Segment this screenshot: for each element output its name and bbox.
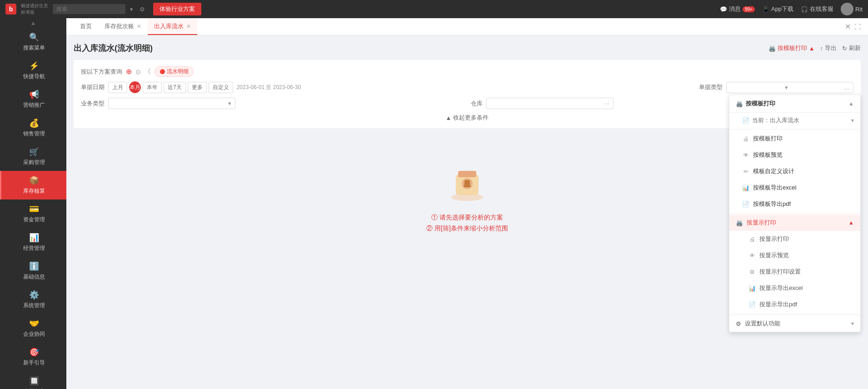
filter-add-button[interactable]: ⊕	[126, 67, 132, 76]
sidebar-item-purchase[interactable]: 🛒 采购管理	[0, 142, 66, 171]
message-badge: 99+	[743, 6, 755, 12]
tab-area-close-icon[interactable]: ✕	[845, 22, 851, 31]
dp-excel-icon: 📊	[742, 184, 749, 191]
tab-inout-flow[interactable]: 出入库流水 ✕	[148, 19, 197, 35]
online-service-button[interactable]: 🎧 在线客服	[801, 5, 833, 13]
sidebar-item-guide[interactable]: 🎯 新手引导	[0, 343, 66, 371]
doc-type-select[interactable]: ▾ ...	[726, 82, 853, 93]
date-btn-this-month[interactable]: 本月	[129, 81, 141, 93]
tab-home[interactable]: 首页	[74, 19, 98, 35]
date-btn-last-month[interactable]: 上月	[108, 82, 127, 93]
export-button[interactable]: ↑ 导出	[820, 44, 837, 52]
filter-collapse-button[interactable]: 《	[145, 68, 151, 76]
purchase-icon: 🛒	[29, 147, 39, 157]
date-label: 单据日期	[81, 83, 105, 91]
topbar-right: 💬 消息 99+ 📱 App下载 🎧 在线客服 Rit	[720, 3, 863, 15]
sidebar-item-enterprise[interactable]: 🤝 企业协同	[0, 314, 66, 343]
dropdown-item-display-print[interactable]: 🖨 按显示打印	[729, 231, 860, 247]
filter-settings-button[interactable]: ⊙	[135, 68, 141, 75]
sidebar-item-inventory[interactable]: 📦 库存核算	[0, 171, 66, 199]
avatar-image	[841, 3, 853, 15]
app-download-button[interactable]: 📱 App下载	[762, 5, 793, 13]
messages-button[interactable]: 💬 消息 99+	[720, 5, 755, 13]
business-type-filter-field: 业务类型 ▾	[81, 98, 464, 109]
current-icon: 📄	[742, 117, 749, 124]
tab-batch-ledger[interactable]: 库存批次账 ✕	[98, 19, 148, 35]
export-icon: ↑	[820, 45, 823, 52]
business-type-select[interactable]: ▾	[108, 98, 235, 109]
dropdown-title: 🖨️ 按模板打印	[736, 100, 775, 108]
date-btn-this-year[interactable]: 本年	[143, 82, 162, 93]
trial-button[interactable]: 体验行业方案	[153, 3, 201, 15]
dropdown-item-display-export-excel[interactable]: 📊 按显示导出excel	[729, 280, 860, 296]
search-chevron-icon[interactable]: ▾	[130, 6, 133, 13]
dropdown-footer[interactable]: ⚙ 设置默认功能 ▾	[729, 315, 860, 332]
warehouse-select[interactable]: ···	[486, 98, 614, 109]
sidebar-item-quick-nav[interactable]: ⚡ 快捷导航	[0, 56, 66, 85]
topbar-gear-icon[interactable]: ⚙	[140, 6, 145, 13]
dropdown-current: 📄 当前：出入库流水 ▾	[729, 113, 860, 128]
dp-print-icon: 🖨	[742, 135, 749, 142]
date-btn-custom[interactable]: 自定义	[209, 82, 233, 93]
sidebar-item-sales[interactable]: 💰 销售管理	[0, 114, 66, 142]
tab-inout-flow-close[interactable]: ✕	[186, 23, 191, 30]
page-title: 出入库流水(流水明细)	[74, 43, 153, 54]
sidebar-item-basic[interactable]: ℹ️ 基础信息	[0, 257, 66, 285]
dp-display-excel-icon: 📊	[748, 284, 756, 292]
tab-batch-ledger-close[interactable]: ✕	[137, 23, 141, 30]
dropdown-item-display-preview[interactable]: 👁 按显示预览	[729, 247, 860, 264]
dropdown-section-display[interactable]: 🖨️ 按显示打印 ▲	[729, 214, 860, 231]
dropdown-arrow-up[interactable]: ▲	[848, 100, 854, 107]
template-print-button[interactable]: 🖨️ 按模板打印 ▲	[768, 44, 815, 52]
page-header-actions: 🖨️ 按模板打印 ▲ ↑ 导出 ↻ 刷新	[768, 44, 861, 52]
printer-icon: 🖨️	[768, 45, 776, 52]
sidebar-item-app-center[interactable]: 🔲 应用中心	[0, 371, 66, 389]
page-header: 出入库流水(流水明细) 🖨️ 按模板打印 ▲ ↑ 导出 ↻ 刷新	[74, 43, 861, 54]
search-icon: 🔍	[29, 32, 39, 42]
refresh-icon: ↻	[842, 45, 847, 52]
date-btn-more[interactable]: 更多	[188, 82, 207, 93]
business-type-label: 业务类型	[81, 100, 105, 108]
sidebar-item-system[interactable]: ⚙️ 系统管理	[0, 285, 66, 314]
dropdown-item-template-export-pdf[interactable]: 📄 按模板导出pdf	[729, 196, 860, 212]
tab-area-expand-icon[interactable]: ⛶	[854, 23, 861, 30]
refresh-button[interactable]: ↻ 刷新	[842, 44, 861, 52]
sidebar-item-search[interactable]: 🔍 搜索菜单	[0, 28, 66, 56]
system-icon: ⚙️	[29, 290, 39, 300]
message-icon: 💬	[720, 6, 727, 13]
sidebar-item-marketing[interactable]: 📢 营销推广	[0, 85, 66, 114]
dp-divider-2	[729, 213, 860, 214]
dropdown-item-template-preview[interactable]: 👁 按模板预览	[729, 147, 860, 163]
dp-footer-icon: ⚙	[736, 320, 741, 327]
date-btn-last-7[interactable]: 近7天	[164, 82, 186, 93]
dp-preview-icon: 👁	[742, 151, 749, 159]
inventory-icon: 📦	[29, 175, 39, 185]
sidebar-item-finance[interactable]: 💳 资金管理	[0, 199, 66, 228]
content-area: 首页 库存批次账 ✕ 出入库流水 ✕ ✕ ⛶ 出入库流水(流水明细)	[66, 18, 868, 389]
search-input[interactable]	[53, 4, 125, 14]
collapse-more-arrow-icon: ▲	[446, 115, 452, 121]
sidebar-item-operation[interactable]: 📊 经营管理	[0, 228, 66, 257]
dropdown-current-arrow[interactable]: ▾	[851, 117, 854, 124]
date-filter-field: 单据日期 上月 本月 本年 近7天 更多 自定义 2023-06-01 至 20…	[81, 81, 301, 93]
dp-divider-3	[729, 314, 860, 314]
user-avatar[interactable]: Rit	[841, 3, 863, 15]
date-range-display: 2023-06-01 至 2023-06-30	[237, 84, 301, 91]
filter-active-tag[interactable]: 🔴 流水明细	[155, 66, 194, 77]
finance-icon: 💳	[29, 204, 39, 214]
template-print-chevron-up: ▲	[809, 45, 815, 52]
sidebar-scroll-up[interactable]: ▲	[0, 18, 66, 28]
dropdown-item-display-export-pdf[interactable]: 📄 按显示导出pdf	[729, 296, 860, 313]
enterprise-icon: 🤝	[29, 319, 39, 329]
dropdown-item-template-custom[interactable]: ✏ 模板自定义设计	[729, 163, 860, 180]
dropdown-item-template-export-excel[interactable]: 📊 按模板导出excel	[729, 180, 860, 196]
dropdown-item-display-settings[interactable]: ⚙ 按显示打印设置	[729, 264, 860, 280]
warehouse-select-dots: ···	[604, 100, 609, 107]
empty-icon	[444, 161, 490, 206]
doc-type-label: 单据类型	[699, 83, 723, 91]
guide-icon: 🎯	[29, 347, 39, 357]
doc-type-select-arrow: ▾	[785, 84, 788, 91]
svg-rect-5	[464, 185, 471, 187]
dp-pdf-icon: 📄	[742, 200, 749, 208]
dropdown-item-template-print[interactable]: 🖨 按模板打印	[729, 130, 860, 147]
